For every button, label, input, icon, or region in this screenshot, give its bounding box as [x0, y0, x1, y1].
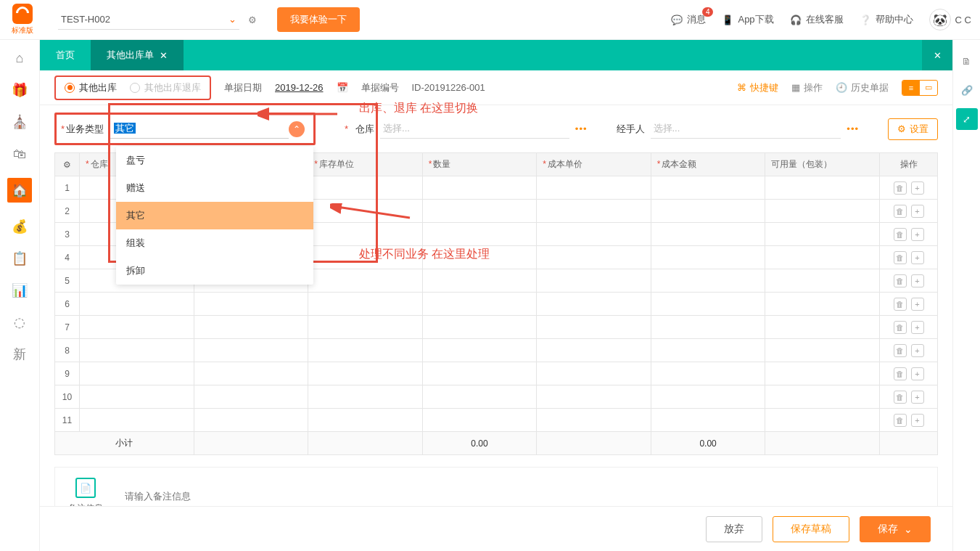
warehouse-input[interactable]: 选择...	[380, 119, 569, 139]
top-header: 标准版 TEST-H002 ⌄ ⚙ 我要体验一下 💬 消息 4 📱 App下载 …	[0, 0, 980, 40]
delete-row-icon[interactable]: 🗑	[894, 391, 907, 404]
nav-gift-icon[interactable]: 🎁	[12, 82, 28, 98]
delete-row-icon[interactable]: 🗑	[894, 205, 907, 218]
fields-row: * 业务类型 其它 ⌃ 盘亏 赠送 其它 组装 拆卸 *	[40, 105, 952, 152]
nav-money-icon[interactable]: 💰	[12, 219, 28, 234]
delete-row-icon[interactable]: 🗑	[894, 228, 907, 241]
calendar-icon[interactable]: 📅	[337, 82, 348, 93]
config-button[interactable]: ⚙设置	[888, 118, 938, 140]
settings-gear-icon[interactable]: ⚙	[248, 15, 257, 25]
grid-icon: ▦	[791, 82, 800, 93]
business-type-dropdown: 盘亏 赠送 其它 组装 拆卸	[116, 147, 313, 285]
table-row[interactable]: 8🗑+	[55, 339, 938, 362]
radio-other-return[interactable]: 其他出库退库	[130, 81, 201, 94]
dd-item-zuzhuang[interactable]: 组装	[116, 229, 313, 257]
more-dots-icon[interactable]: •••	[847, 123, 859, 134]
app-download-link[interactable]: 📱 App下载	[722, 13, 773, 26]
nav-sync-icon[interactable]: ◌	[12, 314, 28, 330]
help-center-link[interactable]: ❔ 帮助中心	[860, 13, 913, 26]
col-4: *成本单价	[537, 153, 651, 176]
save-draft-button[interactable]: 保存草稿	[773, 516, 849, 542]
view-list-icon[interactable]: ≡	[902, 81, 920, 95]
radio-other-outbound[interactable]: 其他出库	[65, 81, 117, 94]
messages-link[interactable]: 💬 消息 4	[671, 13, 706, 26]
nav-report-icon[interactable]: 📊	[12, 282, 28, 298]
shortcut-link[interactable]: ⌘快捷键	[737, 81, 778, 94]
delete-row-icon[interactable]: 🗑	[894, 298, 907, 311]
more-dots-icon[interactable]: •••	[575, 123, 588, 134]
add-row-icon[interactable]: +	[911, 391, 924, 404]
doc-id-label: 单据编号	[361, 81, 399, 94]
business-type-input[interactable]: 其它	[110, 119, 289, 139]
trial-button[interactable]: 我要体验一下	[277, 7, 360, 32]
rail-expand-icon[interactable]: ⤢	[956, 108, 978, 130]
doc-header-row: 其他出库 其他出库退库 单据日期 2019-12-26 📅 单据编号 ID-20…	[40, 70, 952, 105]
add-row-icon[interactable]: +	[911, 344, 924, 357]
handler-field: 经手人 选择... •••	[617, 119, 860, 139]
add-row-icon[interactable]: +	[911, 251, 924, 264]
col-3: *数量	[422, 153, 537, 176]
nav-bag-icon[interactable]: 🛍	[12, 146, 28, 162]
col-5: *成本金额	[651, 153, 765, 176]
add-row-icon[interactable]: +	[911, 367, 924, 380]
right-rail: 🗎 🔗 ⤢	[952, 40, 980, 551]
chevron-down-icon: ⌄	[228, 14, 236, 25]
nav-house-icon[interactable]: ⛪	[12, 114, 28, 130]
nav-new-icon[interactable]: 新	[12, 346, 28, 362]
nav-warehouse-icon[interactable]: 🏠	[7, 178, 32, 203]
workspace-select[interactable]: TEST-H002 ⌄	[58, 9, 239, 30]
table-row[interactable]: 7🗑+	[55, 316, 938, 339]
rail-doc-icon[interactable]: 🗎	[956, 50, 978, 72]
nav-home-icon[interactable]: ⌂	[12, 50, 28, 66]
table-row[interactable]: 6🗑+	[55, 293, 938, 316]
operate-link[interactable]: ▦操作	[791, 81, 823, 94]
add-row-icon[interactable]: +	[911, 181, 924, 195]
delete-row-icon[interactable]: 🗑	[894, 321, 907, 334]
logo[interactable]: 标准版	[9, 4, 36, 36]
gear-icon: ⚙	[897, 123, 906, 134]
tab-other-outbound[interactable]: 其他出库单 ✕	[91, 40, 184, 70]
user-menu[interactable]: 🐼 C C	[929, 9, 971, 30]
close-icon[interactable]: ✕	[160, 50, 168, 61]
headset-icon: 🎧	[790, 15, 802, 25]
rail-link-icon[interactable]: 🔗	[956, 79, 978, 101]
avatar-icon: 🐼	[929, 9, 951, 30]
add-row-icon[interactable]: +	[911, 298, 924, 311]
add-row-icon[interactable]: +	[911, 321, 924, 334]
col-gear[interactable]: ⚙	[55, 153, 80, 176]
dd-item-qita[interactable]: 其它	[116, 202, 313, 229]
nav-clipboard-icon[interactable]: 📋	[12, 250, 28, 266]
dd-item-pankui[interactable]: 盘亏	[116, 147, 313, 174]
history-link[interactable]: 🕘历史单据	[836, 81, 889, 94]
business-type-field[interactable]: * 业务类型 其它 ⌃ 盘亏 赠送 其它 组装 拆卸	[54, 113, 316, 145]
dd-item-zengsong[interactable]: 赠送	[116, 174, 313, 202]
tab-home[interactable]: 首页	[40, 40, 91, 70]
delete-row-icon[interactable]: 🗑	[894, 344, 907, 357]
delete-row-icon[interactable]: 🗑	[894, 367, 907, 380]
delete-row-icon[interactable]: 🗑	[894, 414, 907, 427]
save-button[interactable]: 保存⌄	[860, 516, 931, 542]
view-card-icon[interactable]: ▭	[920, 81, 937, 95]
delete-row-icon[interactable]: 🗑	[894, 274, 907, 287]
online-service-link[interactable]: 🎧 在线客服	[790, 13, 844, 26]
view-toggle: ≡ ▭	[902, 80, 938, 96]
table-row[interactable]: 9🗑+	[55, 362, 938, 385]
delete-row-icon[interactable]: 🗑	[894, 181, 907, 195]
handler-input[interactable]: 选择...	[651, 119, 841, 139]
add-row-icon[interactable]: +	[911, 205, 924, 218]
add-row-icon[interactable]: +	[911, 228, 924, 241]
table-row[interactable]: 10🗑+	[55, 385, 938, 409]
remarks-input[interactable]	[120, 486, 924, 507]
subtotal-row: 小计0.000.00	[55, 432, 938, 455]
help-icon: ❔	[860, 15, 871, 25]
delete-row-icon[interactable]: 🗑	[894, 251, 907, 264]
chevron-up-icon[interactable]: ⌃	[289, 121, 305, 137]
doc-date-value[interactable]: 2019-12-26	[275, 82, 324, 93]
table-row[interactable]: 11🗑+	[55, 409, 938, 432]
add-row-icon[interactable]: +	[911, 274, 924, 287]
radio-icon	[130, 83, 140, 93]
discard-button[interactable]: 放弃	[706, 516, 762, 542]
dd-item-chaixie[interactable]: 拆卸	[116, 257, 313, 285]
add-row-icon[interactable]: +	[911, 414, 924, 427]
tab-close-all[interactable]: ✕	[922, 40, 952, 70]
